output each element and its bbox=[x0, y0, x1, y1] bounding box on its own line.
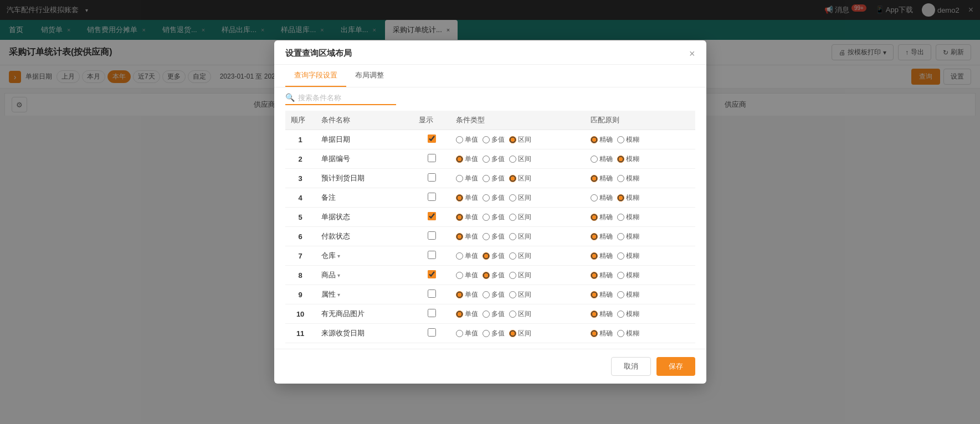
radio-match-模糊-9[interactable]: 模糊 bbox=[617, 309, 639, 319]
radio-input-type-单值-4[interactable] bbox=[456, 214, 463, 221]
radio-input-match-精确-10[interactable] bbox=[591, 330, 598, 337]
checkbox-display-7[interactable] bbox=[428, 270, 436, 278]
cell-display-3[interactable] bbox=[413, 188, 450, 208]
radio-input-type-单值-5[interactable] bbox=[456, 233, 463, 240]
radio-match-模糊-4[interactable]: 模糊 bbox=[617, 213, 639, 222]
radio-match-模糊-6[interactable]: 模糊 bbox=[617, 251, 639, 261]
radio-type-区间-3[interactable]: 区间 bbox=[509, 193, 531, 203]
checkbox-display-8[interactable] bbox=[428, 289, 436, 298]
radio-type-单值-1[interactable]: 单值 bbox=[456, 154, 478, 164]
radio-match-模糊-5[interactable]: 模糊 bbox=[617, 232, 639, 241]
radio-input-type-多值-3[interactable] bbox=[483, 194, 490, 201]
radio-input-type-单值-2[interactable] bbox=[456, 175, 463, 182]
dropdown-caret-8[interactable]: ▾ bbox=[337, 292, 340, 298]
radio-match-精确-0[interactable]: 精确 bbox=[591, 135, 613, 144]
radio-input-match-模糊-10[interactable] bbox=[617, 330, 624, 337]
radio-input-type-多值-2[interactable] bbox=[483, 175, 490, 182]
radio-type-区间-8[interactable]: 区间 bbox=[509, 290, 531, 299]
radio-type-区间-6[interactable]: 区间 bbox=[509, 251, 531, 261]
radio-input-match-模糊-1[interactable] bbox=[617, 156, 624, 163]
radio-type-区间-4[interactable]: 区间 bbox=[509, 213, 531, 222]
radio-input-type-区间-7[interactable] bbox=[509, 272, 516, 279]
checkbox-display-5[interactable] bbox=[428, 231, 436, 240]
radio-input-type-多值-0[interactable] bbox=[483, 136, 490, 143]
radio-input-type-区间-5[interactable] bbox=[509, 233, 516, 240]
checkbox-display-9[interactable] bbox=[428, 309, 436, 317]
radio-input-match-精确-5[interactable] bbox=[591, 233, 598, 240]
radio-input-match-精确-1[interactable] bbox=[591, 156, 598, 163]
search-input[interactable] bbox=[298, 94, 387, 102]
radio-input-match-精确-6[interactable] bbox=[591, 252, 598, 260]
radio-match-模糊-7[interactable]: 模糊 bbox=[617, 271, 639, 280]
radio-input-match-模糊-8[interactable] bbox=[617, 291, 624, 298]
cell-display-0[interactable] bbox=[413, 130, 450, 149]
radio-input-type-单值-0[interactable] bbox=[456, 136, 463, 143]
radio-type-多值-10[interactable]: 多值 bbox=[483, 329, 505, 338]
radio-type-多值-8[interactable]: 多值 bbox=[483, 290, 505, 299]
cell-display-2[interactable] bbox=[413, 169, 450, 188]
radio-type-多值-5[interactable]: 多值 bbox=[483, 232, 505, 241]
cell-display-8[interactable] bbox=[413, 285, 450, 304]
radio-match-模糊-8[interactable]: 模糊 bbox=[617, 290, 639, 299]
save-btn[interactable]: 保存 bbox=[656, 357, 695, 376]
radio-type-多值-6[interactable]: 多值 bbox=[483, 251, 505, 261]
radio-type-多值-7[interactable]: 多值 bbox=[483, 271, 505, 280]
radio-type-单值-0[interactable]: 单值 bbox=[456, 135, 478, 144]
radio-type-区间-2[interactable]: 区间 bbox=[509, 174, 531, 183]
dropdown-caret-6[interactable]: ▾ bbox=[337, 253, 340, 259]
radio-input-match-模糊-7[interactable] bbox=[617, 272, 624, 279]
cell-display-10[interactable] bbox=[413, 324, 450, 343]
radio-type-区间-7[interactable]: 区间 bbox=[509, 271, 531, 280]
modal-tab-layout[interactable]: 布局调整 bbox=[346, 65, 393, 87]
radio-type-多值-3[interactable]: 多值 bbox=[483, 193, 505, 203]
checkbox-display-1[interactable] bbox=[428, 154, 436, 162]
radio-type-单值-5[interactable]: 单值 bbox=[456, 232, 478, 241]
radio-input-match-精确-4[interactable] bbox=[591, 214, 598, 221]
radio-match-精确-4[interactable]: 精确 bbox=[591, 213, 613, 222]
dropdown-caret-7[interactable]: ▾ bbox=[337, 272, 340, 278]
radio-input-type-多值-5[interactable] bbox=[483, 233, 490, 240]
radio-input-type-单值-7[interactable] bbox=[456, 272, 463, 279]
radio-input-type-区间-0[interactable] bbox=[509, 136, 516, 143]
cell-display-6[interactable] bbox=[413, 246, 450, 266]
checkbox-display-2[interactable] bbox=[428, 173, 436, 182]
radio-input-match-模糊-4[interactable] bbox=[617, 214, 624, 221]
radio-input-match-精确-9[interactable] bbox=[591, 311, 598, 318]
checkbox-display-3[interactable] bbox=[428, 193, 436, 201]
radio-match-精确-6[interactable]: 精确 bbox=[591, 251, 613, 261]
radio-type-区间-5[interactable]: 区间 bbox=[509, 232, 531, 241]
radio-type-单值-7[interactable]: 单值 bbox=[456, 271, 478, 280]
radio-input-match-精确-7[interactable] bbox=[591, 272, 598, 279]
checkbox-display-4[interactable] bbox=[428, 212, 436, 220]
radio-input-type-区间-6[interactable] bbox=[509, 252, 516, 260]
cell-display-4[interactable] bbox=[413, 208, 450, 227]
radio-match-模糊-10[interactable]: 模糊 bbox=[617, 329, 639, 338]
radio-input-type-区间-8[interactable] bbox=[509, 291, 516, 298]
radio-type-单值-3[interactable]: 单值 bbox=[456, 193, 478, 203]
radio-input-match-模糊-6[interactable] bbox=[617, 252, 624, 260]
radio-type-区间-9[interactable]: 区间 bbox=[509, 309, 531, 319]
radio-match-精确-1[interactable]: 精确 bbox=[591, 154, 613, 164]
radio-input-type-多值-10[interactable] bbox=[483, 330, 490, 337]
radio-input-match-精确-3[interactable] bbox=[591, 194, 598, 201]
radio-input-type-区间-4[interactable] bbox=[509, 214, 516, 221]
radio-input-type-多值-4[interactable] bbox=[483, 214, 490, 221]
radio-match-模糊-2[interactable]: 模糊 bbox=[617, 174, 639, 183]
radio-input-type-多值-6[interactable] bbox=[483, 252, 490, 260]
radio-type-单值-10[interactable]: 单值 bbox=[456, 329, 478, 338]
radio-type-多值-4[interactable]: 多值 bbox=[483, 213, 505, 222]
radio-input-type-区间-9[interactable] bbox=[509, 311, 516, 318]
radio-input-match-精确-2[interactable] bbox=[591, 175, 598, 182]
radio-match-模糊-0[interactable]: 模糊 bbox=[617, 135, 639, 144]
radio-match-精确-8[interactable]: 精确 bbox=[591, 290, 613, 299]
radio-match-精确-2[interactable]: 精确 bbox=[591, 174, 613, 183]
radio-match-模糊-1[interactable]: 模糊 bbox=[617, 154, 639, 164]
radio-match-精确-3[interactable]: 精确 bbox=[591, 193, 613, 203]
radio-input-type-多值-9[interactable] bbox=[483, 311, 490, 318]
modal-tab-query-fields[interactable]: 查询字段设置 bbox=[285, 65, 346, 87]
cell-display-5[interactable] bbox=[413, 227, 450, 246]
radio-input-type-单值-1[interactable] bbox=[456, 156, 463, 163]
radio-match-模糊-3[interactable]: 模糊 bbox=[617, 193, 639, 203]
cancel-btn[interactable]: 取消 bbox=[611, 357, 651, 376]
radio-input-type-区间-10[interactable] bbox=[509, 330, 516, 337]
